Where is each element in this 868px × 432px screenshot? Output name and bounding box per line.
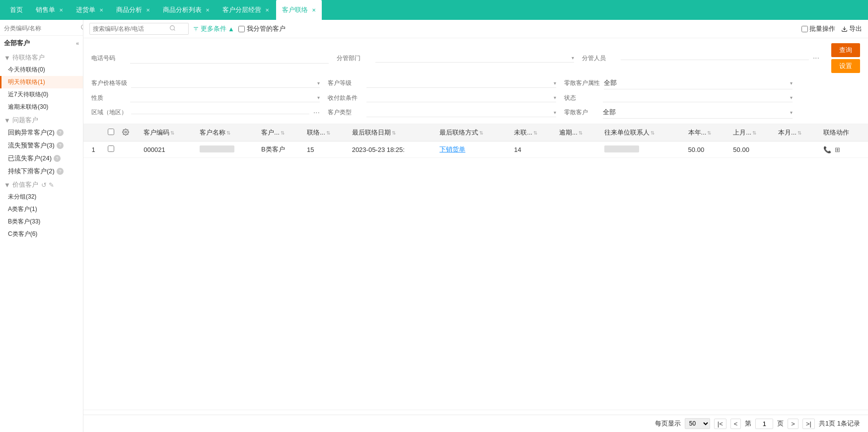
filter-label-payment: 收付款条件 — [328, 94, 362, 102]
nav-customer-contact[interactable]: 客户联络 ✕ — [276, 0, 322, 20]
query-button[interactable]: 查询 — [831, 43, 860, 57]
sort-icon-name[interactable]: ⇅ — [226, 130, 230, 136]
info-icon-churn-warning[interactable]: ? — [57, 142, 64, 149]
sidebar-group-pending: ▼ 待联络客户 — [0, 51, 83, 64]
main-search-icon[interactable] — [169, 25, 176, 33]
method-link[interactable]: 下销货单 — [439, 145, 465, 153]
nav-customer-segment[interactable]: 客户分层经营 ✕ — [217, 0, 275, 20]
info-icon-churned[interactable]: ? — [54, 155, 61, 162]
horizontal-scrollbar[interactable] — [83, 410, 868, 415]
cell-code: 000021 — [140, 142, 196, 158]
sidebar-item-churned[interactable]: 已流失客户(24) ? — [0, 152, 83, 165]
chevron-down-retail: ▾ — [790, 80, 793, 86]
page-unit: 页 — [777, 419, 784, 428]
nav-close-customer-contact[interactable]: ✕ — [312, 7, 316, 13]
refresh-icon-value[interactable]: ↺ — [41, 181, 47, 189]
page-last-btn[interactable]: >| — [802, 419, 815, 429]
filter-label-retail-attr: 零散客户属性 — [564, 79, 600, 87]
filter-select-region[interactable] — [131, 111, 309, 114]
sort-icon-lmonth[interactable]: ⇅ — [752, 130, 756, 136]
info-icon-declining[interactable]: ? — [57, 168, 64, 175]
sort-icon-code[interactable]: ⇅ — [170, 130, 174, 136]
dots-btn-region[interactable]: ··· — [313, 108, 320, 117]
select-all-checkbox[interactable] — [108, 129, 114, 135]
my-customer-checkbox[interactable]: 我分管的客户 — [238, 24, 286, 33]
sort-icon-type[interactable]: ⇅ — [281, 130, 285, 136]
nav-goods-analysis-list[interactable]: 商品分析列表 ✕ — [157, 0, 216, 20]
group-arrow-problem: ▼ — [4, 117, 10, 124]
sort-icon-month[interactable]: ⇅ — [797, 130, 801, 136]
sidebar-item-abnormal[interactable]: 回购异常客户(2) ? — [0, 126, 83, 139]
filter-select-payment[interactable]: ▾ — [366, 93, 556, 102]
filter-label-price-level: 客户价格等级 — [91, 79, 127, 87]
action-phone-icon[interactable]: 📞 — [823, 146, 831, 153]
th-overdue: 逾期...⇅ — [555, 124, 600, 142]
sidebar-item-unclassified[interactable]: 未分组(32) — [0, 191, 83, 203]
edit-icon-value[interactable]: ✎ — [49, 181, 54, 189]
cell-contact-count: 15 — [303, 142, 348, 158]
more-filter-btn[interactable]: 更多条件 ▲ — [193, 24, 234, 33]
sidebar-item-class-c[interactable]: C类客户(6) — [0, 228, 83, 240]
sort-icon-date[interactable]: ⇅ — [392, 130, 396, 136]
sidebar-item-declining[interactable]: 持续下滑客户(2) ? — [0, 165, 83, 178]
page-first-btn[interactable]: |< — [714, 419, 726, 429]
sort-icon-not[interactable]: ⇅ — [533, 130, 537, 136]
chevron-down-status: ▾ — [790, 95, 793, 100]
nav-close-sales[interactable]: ✕ — [59, 7, 63, 13]
settings-gear-icon[interactable] — [122, 130, 129, 137]
row-checkbox[interactable] — [108, 145, 114, 152]
filter-select-retail-attr[interactable]: 全部 ▾ — [604, 77, 793, 89]
nav-goods-analysis[interactable]: 商品分析 ✕ — [110, 0, 156, 20]
sort-icon-year[interactable]: ⇅ — [707, 130, 711, 136]
filter-input-phone[interactable] — [130, 53, 329, 64]
sidebar-item-overdue[interactable]: 逾期未联络(30) — [0, 101, 83, 113]
filter-select-customer-level[interactable]: ▾ — [366, 79, 556, 88]
main-search-input[interactable] — [93, 25, 167, 32]
action-grid-icon[interactable]: ⊞ — [835, 146, 840, 153]
sidebar-item-class-a[interactable]: A类客户(1) — [0, 203, 83, 216]
cell-last-month: 50.00 — [729, 142, 774, 158]
sort-icon-contact[interactable]: ⇅ — [326, 130, 330, 136]
my-customer-check[interactable] — [238, 26, 245, 32]
nav-close-goods-analysis-list[interactable]: ✕ — [206, 7, 210, 13]
nav-close-goods-analysis[interactable]: ✕ — [146, 7, 150, 13]
sort-icon-company[interactable]: ⇅ — [651, 130, 654, 136]
cell-overdue — [555, 142, 600, 158]
dots-btn-person[interactable]: ··· — [813, 54, 819, 63]
sort-icon-overdue[interactable]: ⇅ — [579, 130, 582, 136]
sidebar-item-7days[interactable]: 近7天待联络(0) — [0, 88, 83, 101]
filter-select-retail-customer[interactable]: 全部 ▾ — [603, 106, 793, 119]
sidebar-item-today[interactable]: 今天待联络(0) — [0, 64, 83, 76]
filter-row-3: 性质 ▾ 收付款条件 ▾ 状态 — [91, 93, 860, 102]
sidebar-search-input[interactable] — [4, 25, 78, 32]
filter-select-dept[interactable]: ▾ — [375, 54, 574, 63]
filter-row-2: 客户价格等级 ▾ 客户等级 ▾ 零散客户属性 全部 — [91, 77, 860, 89]
nav-home[interactable]: 首页 — [4, 0, 29, 20]
batch-check[interactable] — [801, 26, 808, 32]
filter-select-nature[interactable]: ▾ — [130, 93, 320, 102]
page-prev-btn[interactable]: < — [730, 419, 741, 429]
page-next-btn[interactable]: > — [788, 419, 798, 429]
per-page-select[interactable]: 50 100 200 — [685, 418, 710, 429]
cell-name — [196, 142, 257, 158]
filter-select-customer-type[interactable]: ▾ — [366, 108, 556, 117]
nav-sales[interactable]: 销售单 ✕ — [30, 0, 69, 20]
nav-close-purchase[interactable]: ✕ — [99, 7, 103, 13]
filter-retail-customer: 零散客户 全部 ▾ — [564, 106, 793, 119]
sort-icon-method[interactable]: ⇅ — [479, 130, 483, 136]
filter-select-status[interactable]: ▾ — [603, 93, 793, 102]
sidebar-item-churn-warning[interactable]: 流失预警客户(3) ? — [0, 139, 83, 152]
sidebar-item-class-b[interactable]: B类客户(33) — [0, 216, 83, 228]
filter-select-person[interactable] — [621, 57, 809, 60]
sidebar-item-tomorrow[interactable]: 明天待联络(1) — [0, 76, 83, 88]
batch-action-btn[interactable]: 批量操作 — [801, 24, 835, 33]
page-number-input[interactable] — [755, 419, 773, 429]
setting-button[interactable]: 设置 — [831, 59, 860, 73]
sidebar-all-customers[interactable]: 全部客户 « — [0, 36, 83, 51]
nav-close-customer-segment[interactable]: ✕ — [265, 7, 269, 13]
info-icon-abnormal[interactable]: ? — [57, 129, 64, 136]
nav-purchase[interactable]: 进货单 ✕ — [70, 0, 109, 20]
export-btn[interactable]: 导出 — [841, 24, 862, 33]
filter-select-price-level[interactable]: ▾ — [131, 79, 320, 88]
cell-checkbox[interactable] — [103, 142, 118, 158]
